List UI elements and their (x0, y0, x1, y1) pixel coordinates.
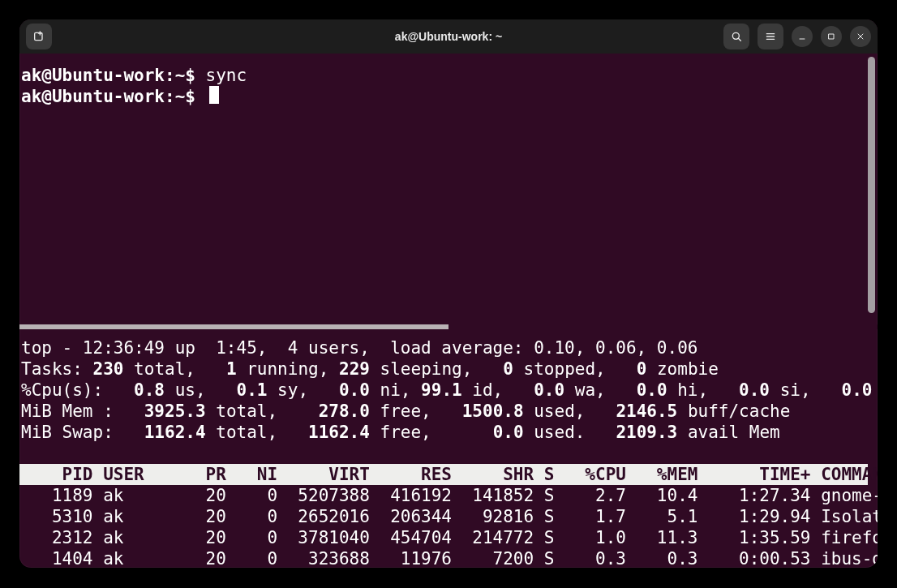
process-row: 5310 ak 20 0 2652016 206344 92816 S 1.7 … (19, 506, 866, 527)
titlebar[interactable]: ak@Ubuntu-work: ~ (19, 19, 878, 54)
terminal-content[interactable]: ak@Ubuntu-work:~$ syncak@Ubuntu-work:~$ … (19, 54, 878, 568)
prompt-line: ak@Ubuntu-work:~$ (19, 86, 866, 107)
minimize-icon (797, 32, 807, 41)
scrollbar[interactable] (868, 57, 875, 313)
shell-command: sync (195, 66, 247, 85)
maximize-icon (826, 32, 836, 41)
prompt-line: ak@Ubuntu-work:~$ sync (19, 65, 866, 86)
svg-rect-0 (35, 32, 42, 40)
top-tasks: Tasks: 230 total, 1 running, 229 sleepin… (19, 358, 866, 380)
close-button[interactable] (850, 26, 871, 47)
blank-line (19, 443, 866, 464)
shell-prompt: ak@Ubuntu-work:~$ (21, 87, 195, 106)
scrollbar-thumb[interactable] (868, 57, 875, 313)
top-swap: MiB Swap: 1162.4 total, 1162.4 free, 0.0… (19, 422, 866, 443)
process-header: PID USER PR NI VIRT RES SHR S %CPU %MEM … (19, 464, 868, 485)
close-icon (856, 32, 865, 41)
terminal-window: ak@Ubuntu-work: ~ ak@Ubuntu-work:~$ sync… (19, 19, 878, 568)
pane-split[interactable] (19, 324, 878, 329)
shell-prompt: ak@Ubuntu-work:~$ (21, 66, 195, 85)
svg-rect-9 (829, 34, 834, 39)
minimize-button[interactable] (792, 26, 813, 47)
svg-line-4 (738, 38, 740, 41)
process-row: 1189 ak 20 0 5207388 416192 141852 S 2.7… (19, 485, 866, 506)
new-tab-button[interactable] (26, 24, 52, 49)
lower-pane[interactable]: top - 12:36:49 up 1:45, 4 users, load av… (19, 337, 866, 568)
process-row: 2312 ak 20 0 3781040 454704 214772 S 1.0… (19, 527, 866, 548)
top-summary: top - 12:36:49 up 1:45, 4 users, load av… (19, 337, 866, 358)
shell-command (195, 87, 206, 106)
cursor (209, 86, 219, 104)
top-mem: MiB Mem : 3925.3 total, 278.0 free, 1500… (19, 401, 866, 422)
maximize-button[interactable] (821, 26, 842, 47)
process-row: 1404 ak 20 0 323688 11976 7200 S 0.3 0.3… (19, 548, 866, 568)
top-cpu: %Cpu(s): 0.8 us, 0.1 sy, 0.0 ni, 99.1 id… (19, 380, 866, 401)
search-button[interactable] (723, 24, 749, 49)
hamburger-menu-icon (764, 30, 777, 43)
new-tab-icon (32, 30, 45, 43)
search-icon (730, 30, 743, 43)
menu-button[interactable] (758, 24, 783, 49)
